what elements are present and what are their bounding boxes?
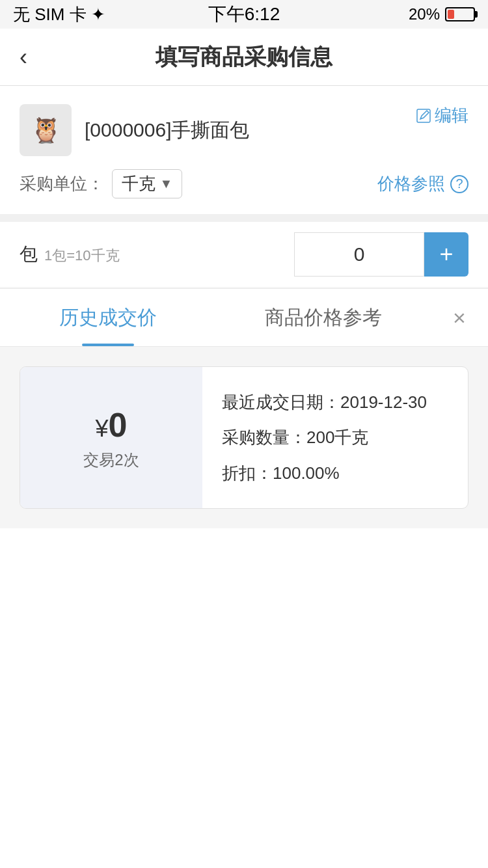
tab-active-indicator [82,344,134,346]
product-left: 🦉 [0000006]手撕面包 [20,104,249,156]
product-name: [0000006]手撕面包 [85,117,249,144]
qty-plus-button[interactable]: + [424,232,468,277]
tab-content: ¥0 交易2次 最近成交日期：2019-12-30 采购数量：200千克 折扣：… [0,347,488,528]
price-summary: ¥0 交易2次 [20,367,202,508]
price-ref-icon: ? [450,175,468,193]
tab-header: 历史成交价 商品价格参考 × [0,289,488,347]
price-trades: 交易2次 [83,450,139,470]
qty-controls: 0 + [294,232,468,277]
currency-symbol: ¥ [96,415,109,442]
product-header: 🦉 [0000006]手撕面包 编辑 [20,104,468,156]
qty-unit-label: 包 [20,242,38,267]
tab-history-label: 历史成交价 [59,305,157,331]
battery-fill [448,10,454,19]
purchase-qty-value: 200千克 [306,427,368,447]
price-ref-button[interactable]: 价格参照 ? [377,172,468,195]
nav-bar: ‹ 填写商品采购信息 [0,29,488,86]
price-details: 最近成交日期：2019-12-30 采购数量：200千克 折扣：100.00% [202,367,468,508]
qty-label-group: 包 1包=10千克 [20,242,120,267]
edit-label: 编辑 [435,104,468,127]
unit-value: 千克 [122,172,156,195]
signal-text: 无 SIM 卡 ✦ [13,3,105,26]
page-title: 填写商品采购信息 [156,42,332,72]
tab-product-price-ref[interactable]: 商品价格参考 [215,289,431,346]
purchase-qty-label: 采购数量： [222,427,306,447]
recent-date-value: 2019-12-30 [340,392,427,412]
unit-label: 采购单位： [20,174,104,193]
battery-percent: 20% [409,5,440,23]
price-value: 0 [109,406,128,444]
status-bar: 无 SIM 卡 ✦ 下午6:12 20% [0,0,488,29]
edit-button[interactable]: 编辑 [416,104,468,127]
recent-date-row: 最近成交日期：2019-12-30 [222,390,448,414]
tab-container: 历史成交价 商品价格参考 × ¥0 交易2次 最近成交日期：2019-12-30 [0,288,488,528]
discount-label: 折扣： [222,463,273,483]
product-unit-row: 采购单位： 千克 ▼ 价格参照 ? [20,169,468,198]
unit-select-dropdown[interactable]: 千克 ▼ [112,169,182,198]
purchase-qty-row: 采购数量：200千克 [222,426,448,449]
qty-input-display[interactable]: 0 [294,232,424,277]
battery-area: 20% [409,5,475,23]
discount-value: 100.00% [273,463,340,483]
section-divider [0,214,488,222]
price-main-display: ¥0 [96,405,128,444]
time-display: 下午6:12 [208,2,280,27]
unit-selector-group: 采购单位： 千克 ▼ [20,169,182,198]
unit-dropdown-arrow: ▼ [159,176,172,191]
price-card: ¥0 交易2次 最近成交日期：2019-12-30 采购数量：200千克 折扣：… [20,366,468,509]
discount-row: 折扣：100.00% [222,461,448,485]
quantity-row: 包 1包=10千克 0 + [0,222,488,287]
plus-icon: + [439,241,453,268]
qty-conversion-label: 1包=10千克 [44,246,120,265]
product-thumbnail-icon: 🦉 [31,116,61,144]
close-icon: × [453,305,466,331]
tab-close-button[interactable]: × [431,289,488,346]
battery-icon [445,7,475,21]
qty-value: 0 [354,243,365,265]
tab-history-price[interactable]: 历史成交价 [0,289,215,346]
product-card: 🦉 [0000006]手撕面包 编辑 采购单位： 千克 ▼ 价格参照 ? [0,86,488,214]
product-logo: 🦉 [20,104,72,156]
price-ref-label: 价格参照 [377,172,445,195]
recent-date-label: 最近成交日期： [222,392,340,412]
tab-product-price-label: 商品价格参考 [265,305,382,331]
bottom-space [0,528,488,868]
edit-icon [416,109,431,123]
back-button[interactable]: ‹ [20,44,27,71]
